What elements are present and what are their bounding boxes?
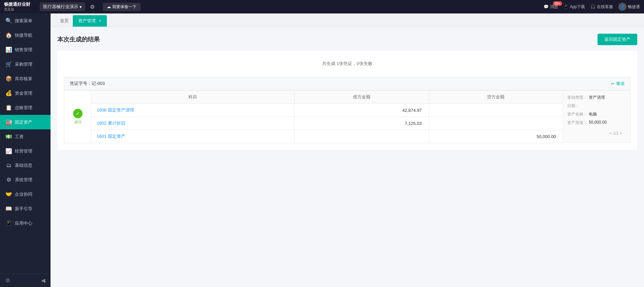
user-menu[interactable]: 👤 畅捷通 bbox=[618, 3, 640, 11]
sidebar-label-base-info: 基础信息 bbox=[15, 162, 45, 168]
col-debit: 借方金额 bbox=[295, 91, 429, 104]
sidebar-item-sales[interactable]: 📊 销售管理 bbox=[0, 42, 51, 57]
sidebar-item-base-info[interactable]: 🗂 基础信息 bbox=[0, 158, 51, 172]
sidebar-item-inventory[interactable]: 📦 库存核算 bbox=[0, 71, 51, 86]
sidebar-item-guide[interactable]: 📖 新手引导 bbox=[0, 201, 51, 216]
logo: 畅捷通好业财 普及版 bbox=[4, 2, 30, 12]
sidebar-item-ledger[interactable]: 📋 总账管理 bbox=[0, 100, 51, 115]
side-info: 变动类型： 资产清理 日期： 资产名称： 电脑 bbox=[563, 90, 631, 143]
sidebar-label-system: 系统管理 bbox=[15, 177, 45, 183]
sidebar-item-system[interactable]: ⚙ 系统管理 bbox=[0, 172, 51, 187]
sidebar-label-business: 经营管理 bbox=[15, 148, 45, 154]
search-icon: 🔍 bbox=[5, 18, 12, 24]
prev-page-button[interactable]: < bbox=[610, 131, 612, 136]
company-name: 医疗器械行业演示 bbox=[43, 4, 78, 10]
tab-asset-management[interactable]: 资产管理 × bbox=[73, 15, 107, 27]
edit-icon: ✏ bbox=[611, 81, 615, 86]
message-icon: 💬 bbox=[544, 4, 549, 9]
tab-close-icon[interactable]: × bbox=[99, 19, 101, 23]
handshake-icon: 🤝 bbox=[5, 191, 12, 197]
sidebar-item-business[interactable]: 📈 经营管理 bbox=[0, 144, 51, 158]
feedback-button[interactable]: ☁ 我要体验一下 bbox=[103, 3, 141, 11]
sidebar-item-search[interactable]: 🔍 搜索菜单 bbox=[0, 13, 51, 28]
service-icon: 🎧 bbox=[590, 4, 595, 9]
sidebar-item-enterprise[interactable]: 🤝 企业协同 bbox=[0, 187, 51, 201]
sidebar-label-sales: 销售管理 bbox=[15, 47, 45, 53]
voucher-table: 科目 借方金额 贷方金额 1606 固定资产清理 42,874.97 bbox=[91, 90, 563, 143]
subject-1601[interactable]: 1601 固定资产 bbox=[91, 130, 295, 143]
edit-label: 修改 bbox=[616, 81, 625, 87]
col-credit: 贷方金额 bbox=[429, 91, 563, 104]
tab-home[interactable]: 首页 bbox=[56, 15, 73, 27]
folder-icon: 🗂 bbox=[5, 162, 12, 168]
message-button[interactable]: 💬 消息 99+ bbox=[544, 4, 558, 10]
sidebar-label-inventory: 库存核算 bbox=[15, 76, 45, 82]
sidebar-item-app-center[interactable]: 📱 应用中心 bbox=[0, 216, 51, 230]
sidebar-label-enterprise: 企业协同 bbox=[15, 191, 45, 197]
edit-button[interactable]: ✏ 修改 bbox=[611, 81, 625, 87]
sidebar-label-purchase: 采购管理 bbox=[15, 61, 45, 67]
debit-1601 bbox=[295, 130, 429, 143]
logo-sub: 普及版 bbox=[4, 7, 30, 12]
sidebar-label-payroll: 工资 bbox=[15, 134, 45, 140]
change-type-value: 资产清理 bbox=[589, 95, 605, 100]
subject-1602[interactable]: 1602 累计折旧 bbox=[91, 117, 295, 130]
side-info-original-value: 资产原值： 50,000.00 bbox=[567, 120, 626, 126]
page-title: 本次生成的结果 bbox=[57, 35, 100, 43]
chevron-down-icon: ▾ bbox=[80, 4, 82, 9]
factory-icon: 🏭 bbox=[5, 119, 12, 125]
asset-name-value: 电脑 bbox=[589, 111, 597, 117]
credit-1602 bbox=[429, 117, 563, 130]
sidebar-item-quick-nav[interactable]: 🏠 快捷导航 bbox=[0, 28, 51, 42]
tab-bar: 首页 资产管理 × bbox=[51, 13, 644, 27]
avatar: 👤 bbox=[618, 3, 626, 11]
subject-1606[interactable]: 1606 固定资产清理 bbox=[91, 104, 295, 117]
voucher-side-panel: 变动类型： 资产清理 日期： 资产名称： 电脑 bbox=[563, 90, 631, 143]
original-value-label: 资产原值： bbox=[567, 120, 587, 126]
sidebar-bottom: ⚙ ◀ bbox=[0, 274, 51, 287]
collapse-icon[interactable]: ◀ bbox=[41, 277, 45, 284]
sidebar: 🔍 搜索菜单 🏠 快捷导航 📊 销售管理 🛒 采购管理 📦 库存核算 💰 资金管… bbox=[0, 13, 51, 287]
next-page-button[interactable]: > bbox=[620, 131, 622, 136]
page-header: 本次生成的结果 返回固定资产 bbox=[57, 34, 637, 45]
sidebar-item-funds[interactable]: 💰 资金管理 bbox=[0, 86, 51, 100]
bottom-settings-icon[interactable]: ⚙ bbox=[5, 277, 10, 284]
page-info: 1/1 bbox=[613, 131, 620, 136]
tab-asset-label: 资产管理 bbox=[78, 18, 96, 23]
sidebar-item-payroll[interactable]: 💵 工资 bbox=[0, 129, 51, 144]
content-area: 首页 资产管理 × 本次生成的结果 返回固定资产 共生成 1张凭证，0张失败 凭… bbox=[51, 13, 644, 287]
top-header: 畅捷通好业财 普及版 医疗器械行业演示 ▾ ⚙ ☁ 我要体验一下 💬 消息 99… bbox=[0, 0, 644, 13]
side-info-date: 日期： bbox=[567, 103, 626, 109]
home-icon: 🏠 bbox=[5, 32, 12, 38]
app-icon: 📱 bbox=[5, 220, 12, 226]
voucher-section: 凭证字号：记-003 ✏ 修改 ✓ 成功 bbox=[64, 77, 631, 143]
table-row: 1601 固定资产 50,000.00 bbox=[91, 130, 563, 143]
table-row: 1602 累计折旧 7,125.03 bbox=[91, 117, 563, 130]
side-info-change-type: 变动类型： 资产清理 bbox=[567, 95, 626, 100]
back-to-fixed-assets-button[interactable]: 返回固定资产 bbox=[597, 34, 637, 45]
voucher-number: 凭证字号：记-003 bbox=[70, 81, 105, 87]
chart-icon: 📊 bbox=[5, 46, 12, 53]
debit-1602: 7,125.03 bbox=[295, 117, 429, 130]
asset-name-label: 资产名称： bbox=[567, 111, 587, 117]
online-service-button[interactable]: 🎧 在线客服 bbox=[590, 4, 613, 10]
company-selector[interactable]: 医疗器械行业演示 ▾ bbox=[40, 2, 85, 11]
download-icon: 📱 bbox=[563, 4, 569, 9]
settings-icon[interactable]: ⚙ bbox=[90, 4, 95, 10]
header-left: 畅捷通好业财 普及版 医疗器械行业演示 ▾ ⚙ ☁ 我要体验一下 bbox=[4, 2, 141, 12]
change-type-label: 变动类型： bbox=[567, 95, 587, 100]
trend-icon: 📈 bbox=[5, 148, 12, 154]
side-info-asset-name: 资产名称： 电脑 bbox=[567, 111, 626, 117]
app-download-button[interactable]: 📱 App下载 bbox=[563, 4, 585, 10]
sidebar-label-funds: 资金管理 bbox=[15, 90, 45, 96]
sidebar-label-ledger: 总账管理 bbox=[15, 105, 45, 111]
debit-1606: 42,874.97 bbox=[295, 104, 429, 117]
logo-text: 畅捷通好业财 bbox=[4, 2, 30, 7]
feedback-label: 我要体验一下 bbox=[112, 4, 136, 10]
app-download-label: App下载 bbox=[570, 4, 585, 10]
sidebar-item-fixed-assets[interactable]: 🏭 固定资产 bbox=[0, 115, 51, 129]
message-badge: 99+ bbox=[553, 1, 562, 6]
page-content: 本次生成的结果 返回固定资产 共生成 1张凭证，0张失败 凭证字号：记-003 … bbox=[51, 27, 644, 287]
sidebar-label-search: 搜索菜单 bbox=[15, 18, 45, 24]
sidebar-item-purchase[interactable]: 🛒 采购管理 bbox=[0, 57, 51, 71]
